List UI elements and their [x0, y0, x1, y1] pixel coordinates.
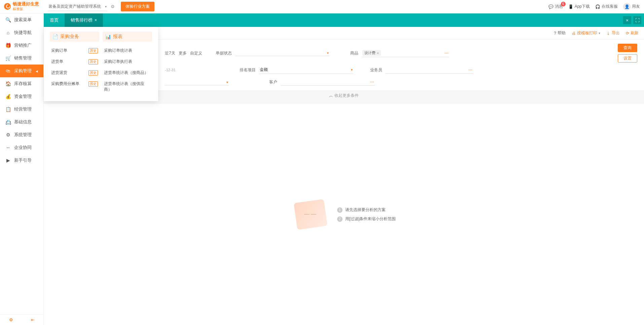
refresh-button[interactable]: ⟳刷新 [626, 30, 639, 36]
submenu-item[interactable]: 采购订单历史 [50, 45, 99, 56]
setting-button[interactable]: 设置 [618, 54, 637, 63]
step-1-text: 请先选择要分析的方案 [345, 207, 386, 213]
user-menu[interactable]: 👤 用友 [623, 3, 640, 10]
sidebar-item-quicknav[interactable]: ⌂快捷导航 [0, 26, 43, 39]
sidebar-item-label: 采购管理 [14, 68, 32, 74]
submenu-item[interactable]: 采购费用分摊单历史 [50, 78, 99, 89]
sidebar-item-system[interactable]: ⚙系统管理 [0, 128, 43, 141]
tab-sales-ranking[interactable]: 销售排行榜 × [65, 13, 103, 27]
fullscreen-icon[interactable]: ⛶ [633, 16, 641, 24]
phone-icon: 📱 [568, 4, 573, 9]
search-icon: 🔍 [5, 17, 11, 23]
customer-input[interactable]: ⋯ [281, 79, 375, 86]
collapse-sidebar-icon[interactable]: ⇤ [31, 317, 35, 322]
content-area: 1请先选择要分析的方案 2用[过滤]条件来缩小分析范围 [44, 104, 644, 325]
sidebar-item-marketing[interactable]: 🎁营销推广 [0, 39, 43, 52]
try-industry-button[interactable]: 体验行业方案 [121, 2, 154, 11]
submenu-item[interactable]: 采购订单统计表 [103, 45, 152, 56]
chat-icon: 💬 [548, 4, 553, 9]
more-icon[interactable]: ⋯ [468, 68, 472, 72]
sidebar-item-business[interactable]: 📋经营管理 [0, 103, 43, 116]
card-icon: 📇 [5, 119, 11, 125]
more-icon[interactable]: ⋯ [370, 80, 374, 84]
order-status-select[interactable]: ▾ [235, 50, 329, 56]
print-icon: 🖨 [572, 31, 576, 36]
history-tag[interactable]: 历史 [88, 48, 98, 53]
submenu-item[interactable]: 进货单统计表（按供应商） [103, 78, 152, 95]
settings-icon[interactable]: ⚙ [9, 317, 13, 322]
sidebar-item-inventory[interactable]: 🏠库存核算 [0, 77, 43, 90]
logo-icon [4, 3, 11, 10]
report-icon: 📊 [105, 34, 111, 39]
app-download-link[interactable]: 📱 App下载 [568, 4, 590, 9]
logo-text: 畅捷通好生意 [13, 2, 39, 6]
empty-steps: 1请先选择要分析的方案 2用[过滤]条件来缩小分析范围 [337, 207, 396, 222]
sidebar-item-funds[interactable]: 💰资金管理 [0, 90, 43, 103]
close-icon[interactable]: × [95, 18, 97, 23]
empty-illustration [292, 198, 329, 231]
rank-select[interactable]: 金额▾ [259, 66, 353, 74]
sidebar-item-sales[interactable]: 🛒销售管理 [0, 52, 43, 65]
sidebar-item-label: 经营管理 [14, 106, 32, 112]
sidebar-item-guide[interactable]: ▶新手引导 [0, 154, 43, 167]
print-button[interactable]: 🖨按模板打印▾ [572, 30, 600, 36]
sidebar: 🔍搜索菜单 ⌂快捷导航 🎁营销推广 🛒销售管理 🛍采购管理◂ 🏠库存核算 💰资金… [0, 13, 44, 325]
tabbar: 首页 销售排行榜 × × ⛶ [44, 13, 644, 27]
system-selector[interactable]: 装备及固定资产辅助管理系统 ▾ [48, 2, 107, 11]
export-button[interactable]: ⭳导出 [606, 30, 620, 36]
doc-icon: 📄 [52, 34, 58, 39]
product-tag: 设计费× [362, 50, 381, 56]
date-custom[interactable]: 自定义 [190, 50, 202, 56]
step-2-text: 用[过滤]条件来缩小分析范围 [345, 216, 396, 222]
messages-link[interactable]: 💬 消息 6 [548, 4, 563, 9]
sidebar-footer: ⚙ ⇤ [0, 314, 43, 325]
customer-label: 客户 [262, 79, 277, 85]
sidebar-item-label: 系统管理 [14, 132, 32, 138]
tag-close-icon[interactable]: × [377, 51, 379, 55]
sidebar-item-label: 营销推广 [14, 42, 32, 48]
logo-subtext: 标准版 [13, 7, 39, 11]
play-icon: ▶ [5, 158, 11, 163]
history-tag[interactable]: 历史 [88, 70, 98, 76]
online-service-link[interactable]: 🎧 在线客服 [595, 4, 618, 9]
date-near7[interactable]: 近7天 [165, 50, 175, 56]
order-status-label: 单据状态 [216, 50, 232, 56]
history-tag[interactable]: 历史 [88, 81, 98, 87]
refresh-icon: ⟳ [626, 31, 629, 36]
staff-input[interactable]: ⋯ [386, 67, 473, 74]
date-range-value: -12-31 [165, 68, 176, 72]
sidebar-item-label: 基础信息 [14, 119, 32, 125]
step-2-badge: 2 [337, 216, 343, 222]
query-button[interactable]: 查询 [618, 44, 637, 52]
submenu-item[interactable]: 进货退货历史 [50, 67, 99, 78]
sidebar-item-purchase[interactable]: 🛍采购管理◂ [0, 65, 43, 77]
sidebar-item-collab[interactable]: ↔企业协同 [0, 141, 43, 154]
chevron-down-icon: ▾ [105, 5, 107, 8]
system-name: 装备及固定资产辅助管理系统 [48, 4, 102, 9]
history-tag[interactable]: 历史 [88, 59, 98, 65]
tab-home[interactable]: 首页 [44, 13, 65, 27]
sidebar-item-label: 快捷导航 [14, 30, 32, 36]
sidebar-item-label: 新手引导 [14, 157, 32, 163]
more-icon[interactable]: ⋯ [444, 51, 449, 55]
avatar-icon: 👤 [623, 3, 631, 10]
submenu-item[interactable]: 采购订单执行表 [103, 56, 152, 67]
close-tabs-icon[interactable]: × [623, 16, 631, 24]
chevron-down-icon: ▾ [226, 80, 228, 84]
submenu-head-reports: 📊报表 [103, 32, 152, 42]
date-more[interactable]: 更多 [179, 50, 187, 56]
sidebar-item-label: 资金管理 [14, 93, 32, 99]
date-range-options: 近7天 更多 自定义 [165, 50, 202, 56]
gift-icon: 🎁 [5, 43, 11, 48]
chevron-left-icon: ◂ [36, 69, 38, 74]
extra-select[interactable]: ▾ [165, 79, 229, 85]
chevron-down-icon: ▾ [351, 68, 353, 72]
sidebar-item-baseinfo[interactable]: 📇基础信息 [0, 116, 43, 128]
help-button[interactable]: ?帮助 [554, 30, 566, 36]
submenu-item[interactable]: 进货单历史 [50, 56, 99, 67]
product-input[interactable]: 设计费× ⋯ [362, 49, 449, 57]
submenu-item[interactable]: 进货单统计表（按商品） [103, 67, 152, 78]
sidebar-item-search[interactable]: 🔍搜索菜单 [0, 13, 43, 26]
main: 首页 销售排行榜 × × ⛶ ?帮助 🖨按模板打印▾ ⭳导出 ⟳刷新 近7 [44, 13, 644, 325]
gear-icon[interactable]: ⚙ [111, 4, 115, 9]
